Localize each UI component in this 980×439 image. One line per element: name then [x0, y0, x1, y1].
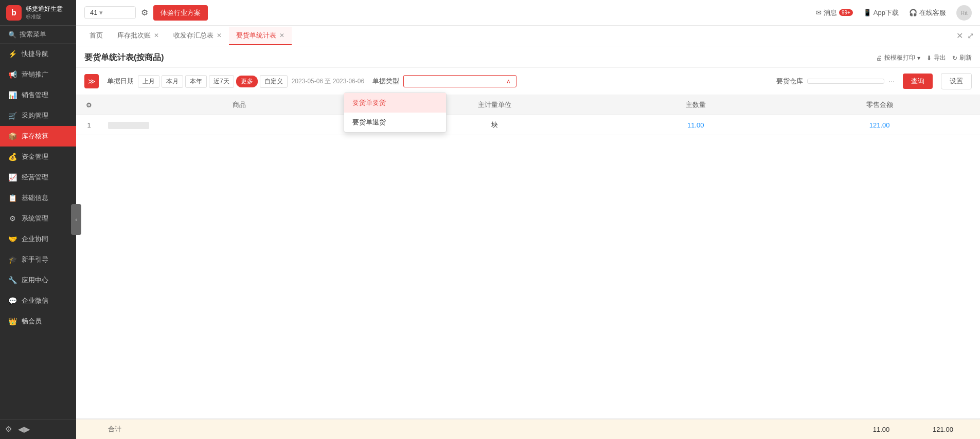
export-btn[interactable]: ⬇ 导出: [926, 53, 946, 62]
sidebar-item-guide[interactable]: 🎓 新手引导: [0, 249, 76, 270]
date-btn-more[interactable]: 更多: [236, 76, 258, 87]
tab-receive-summary[interactable]: 收发存汇总表 ✕: [166, 27, 229, 45]
query-button[interactable]: 查询: [903, 74, 933, 89]
tabs-close-all-icon[interactable]: ✕: [956, 31, 963, 41]
date-btn-this-year[interactable]: 本年: [185, 75, 207, 88]
online-service-action[interactable]: 🎧 在线客服: [909, 8, 946, 17]
sidebar-label-cooperation: 企业协同: [22, 234, 69, 244]
warehouse-select[interactable]: [807, 79, 884, 84]
date-btn-last-7[interactable]: 近7天: [209, 75, 234, 88]
tab-order-stats-close[interactable]: ✕: [279, 32, 284, 39]
sidebar-item-marketing[interactable]: 📢 营销推广: [0, 64, 76, 85]
sidebar-item-sales[interactable]: 📊 销售管理: [0, 85, 76, 105]
type-dropdown: 要货单要货 要货单退货: [344, 93, 447, 133]
sidebar-collapse-handle[interactable]: ‹: [71, 204, 81, 235]
sidebar-label-finance: 资金管理: [22, 152, 69, 161]
sidebar-item-quicknav[interactable]: ⚡ 快捷导航: [0, 44, 76, 64]
sidebar-item-wechat[interactable]: 💬 企业微信: [0, 290, 76, 311]
tab-receive-summary-close[interactable]: ✕: [217, 32, 222, 39]
sidebar-label-quicknav: 快捷导航: [22, 49, 69, 59]
date-filter-group: 单据日期 上月 本月 本年 近7天 更多 自定义 2023-05-06 至 20…: [107, 75, 364, 88]
header-left: 41 ▾ ⚙ 体验行业方案: [84, 5, 208, 21]
tab-home[interactable]: 首页: [82, 27, 110, 45]
basic-icon: 📋: [7, 194, 17, 202]
data-table-container: ⚙ 商品 主计量单位 主数量 零售金额 1: [76, 95, 980, 418]
sidebar-label-purchase: 采购管理: [22, 111, 69, 120]
date-btn-custom[interactable]: 自定义: [260, 75, 288, 88]
date-btn-last-month[interactable]: 上月: [138, 75, 159, 88]
store-name: 41: [90, 9, 97, 16]
sidebar-item-member[interactable]: 👑 畅会员: [0, 311, 76, 332]
app-sub: 标准版: [26, 13, 63, 21]
print-icon: 🖨: [876, 54, 882, 62]
purchase-icon: 🛒: [7, 112, 17, 120]
date-filter-label: 单据日期: [107, 77, 134, 86]
sidebar-bottom: ⚙ ◀▶: [0, 419, 76, 439]
sidebar-item-apps[interactable]: 🔧 应用中心: [0, 270, 76, 290]
export-label: 导出: [934, 53, 946, 62]
page-title: 要货单统计表(按商品): [84, 52, 164, 63]
refresh-btn[interactable]: ↻ 刷新: [952, 53, 972, 62]
warehouse-label: 要货仓库: [776, 77, 803, 86]
sidebar-item-finance[interactable]: 💰 资金管理: [0, 147, 76, 167]
main-area: 41 ▾ ⚙ 体验行业方案 ✉ 消息 99+ 📱 App下载 🎧 在线客服 Ri…: [76, 0, 980, 439]
row-product: [102, 115, 377, 135]
date-btn-this-month[interactable]: 本月: [162, 75, 183, 88]
tabs-bar: 首页 库存批次账 ✕ 收发存汇总表 ✕ 要货单统计表 ✕ ✕ ⤢: [76, 26, 980, 46]
online-service-label: 在线客服: [919, 8, 946, 17]
sidebar: b 畅捷通好生意 标准版 🔍 搜索菜单 ⚡ 快捷导航 📢 营销推广 📊 销售管理…: [0, 0, 76, 439]
dropdown-item-order-return[interactable]: 要货单退货: [344, 113, 446, 132]
sidebar-item-system[interactable]: ⚙ 系统管理: [0, 208, 76, 229]
sidebar-label-marketing: 营销推广: [22, 70, 69, 79]
warehouse-more-icon[interactable]: ···: [888, 77, 895, 85]
sidebar-item-cooperation[interactable]: 🤝 企业协同: [0, 229, 76, 249]
export-icon: ⬇: [926, 54, 932, 62]
col-amount: 零售金额: [779, 95, 980, 115]
store-settings-icon[interactable]: ⚙: [141, 8, 148, 17]
table-footer: 合计 11.00 121.00: [76, 418, 980, 439]
messages-action[interactable]: ✉ 消息 99+: [816, 8, 853, 17]
headset-icon: 🎧: [909, 9, 917, 16]
guide-icon: 🎓: [7, 255, 17, 264]
dropdown-item-order-goods[interactable]: 要货单要货: [344, 93, 446, 113]
product-placeholder: [108, 122, 149, 129]
messages-label: 消息: [824, 8, 837, 17]
user-avatar[interactable]: Rit: [956, 5, 972, 21]
print-template-btn[interactable]: 🖨 按模板打印 ▾: [876, 53, 920, 62]
trial-button[interactable]: 体验行业方案: [153, 5, 208, 21]
sidebar-collapse-icon[interactable]: ◀▶: [18, 425, 30, 434]
quantity-link[interactable]: 11.00: [687, 121, 704, 129]
sidebar-item-basic[interactable]: 📋 基础信息: [0, 188, 76, 208]
type-select[interactable]: ∧: [403, 75, 516, 87]
tabs-expand-icon[interactable]: ⤢: [967, 31, 974, 41]
sidebar-settings-icon[interactable]: ⚙: [5, 425, 12, 434]
sidebar-label-guide: 新手引导: [22, 255, 69, 264]
tabs-right-actions: ✕ ⤢: [956, 31, 974, 41]
header-right: ✉ 消息 99+ 📱 App下载 🎧 在线客服 Rit: [816, 5, 972, 21]
sidebar-label-sales: 销售管理: [22, 90, 69, 100]
date-quick-buttons: 上月 本月 本年 近7天 更多 自定义: [138, 75, 288, 88]
apps-icon: 🔧: [7, 276, 17, 284]
sidebar-label-inventory: 库存核算: [22, 132, 69, 141]
store-selector[interactable]: 41 ▾: [84, 6, 136, 19]
sidebar-item-management[interactable]: 📈 经营管理: [0, 167, 76, 188]
app-download-action[interactable]: 📱 App下载: [863, 8, 899, 17]
tab-inventory-batch[interactable]: 库存批次账 ✕: [110, 27, 166, 45]
tab-inventory-batch-close[interactable]: ✕: [154, 32, 159, 39]
sidebar-item-purchase[interactable]: 🛒 采购管理: [0, 105, 76, 126]
page-inner: 要货单统计表(按商品) 🖨 按模板打印 ▾ ⬇ 导出 ↻ 刷新: [76, 46, 980, 439]
print-chevron-icon: ▾: [917, 54, 920, 62]
refresh-icon: ↻: [952, 54, 957, 62]
sidebar-item-inventory[interactable]: 📦 库存核算: [0, 126, 76, 147]
date-range-display: 2023-05-06 至 2023-06-06: [292, 77, 364, 86]
sidebar-search[interactable]: 🔍 搜索菜单: [0, 26, 76, 44]
sidebar-label-basic: 基础信息: [22, 193, 69, 203]
col-settings[interactable]: ⚙: [76, 95, 102, 115]
refresh-label: 刷新: [959, 53, 972, 62]
filter-settings-button[interactable]: 设置: [941, 73, 972, 89]
filter-expand-btn[interactable]: ≫: [84, 74, 99, 88]
tab-order-stats[interactable]: 要货单统计表 ✕: [229, 27, 292, 45]
tab-order-stats-label: 要货单统计表: [236, 31, 276, 40]
amount-link[interactable]: 121.00: [869, 121, 890, 129]
page-header: 要货单统计表(按商品) 🖨 按模板打印 ▾ ⬇ 导出 ↻ 刷新: [76, 46, 980, 68]
